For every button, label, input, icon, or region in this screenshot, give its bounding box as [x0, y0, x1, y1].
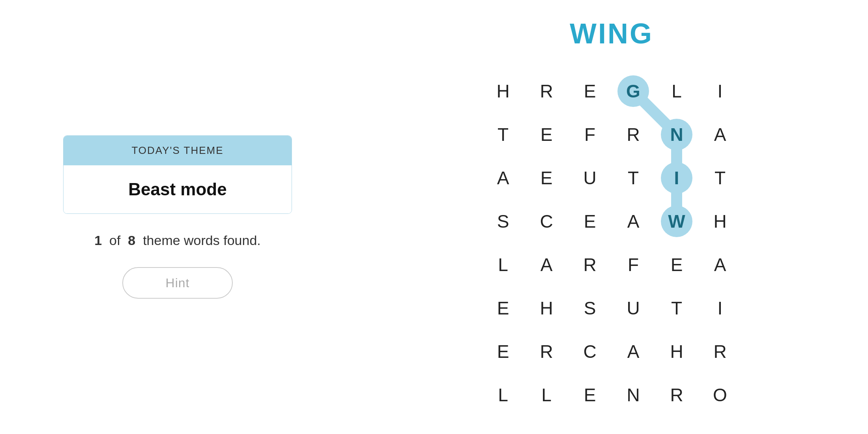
- cell-letter: C: [574, 336, 606, 367]
- progress-text: 1 of 8 theme words found.: [94, 233, 261, 248]
- cell-letter: L: [531, 379, 562, 411]
- grid-cell[interactable]: L: [655, 69, 698, 113]
- grid-cell[interactable]: I: [698, 286, 742, 330]
- grid-cell[interactable]: H: [655, 330, 698, 373]
- cell-letter: R: [574, 249, 606, 281]
- cell-letter: F: [574, 119, 606, 150]
- cell-letter: H: [661, 336, 692, 367]
- grid-cell[interactable]: H: [481, 69, 525, 113]
- grid-cell[interactable]: E: [525, 113, 568, 156]
- cell-letter: T: [661, 292, 692, 324]
- grid-cell[interactable]: A: [481, 156, 525, 200]
- cell-letter: T: [617, 162, 649, 194]
- cell-letter: R: [531, 336, 562, 367]
- cell-letter: E: [487, 292, 519, 324]
- cell-letter: N: [661, 119, 692, 150]
- grid-cell[interactable]: C: [568, 330, 612, 373]
- grid-cell[interactable]: T: [481, 113, 525, 156]
- grid-cell[interactable]: A: [698, 113, 742, 156]
- cell-letter: E: [531, 162, 562, 194]
- grid-cell[interactable]: S: [481, 200, 525, 243]
- cell-letter: A: [531, 249, 562, 281]
- cell-letter: E: [574, 75, 606, 107]
- progress-found: 1: [94, 233, 102, 248]
- grid-cell[interactable]: E: [568, 69, 612, 113]
- grid-cell[interactable]: G: [612, 69, 655, 113]
- grid-cell[interactable]: A: [525, 243, 568, 286]
- grid-cell[interactable]: R: [525, 330, 568, 373]
- grid-cell[interactable]: C: [525, 200, 568, 243]
- grid-cell[interactable]: A: [698, 243, 742, 286]
- grid-cell[interactable]: E: [481, 286, 525, 330]
- grid-cell[interactable]: U: [612, 286, 655, 330]
- cell-letter: T: [704, 162, 736, 194]
- grid-cell[interactable]: N: [612, 373, 655, 417]
- cell-letter: R: [531, 75, 562, 107]
- progress-total: 8: [128, 233, 135, 248]
- grid-cell[interactable]: A: [612, 200, 655, 243]
- grid-cell[interactable]: R: [568, 243, 612, 286]
- cell-letter: T: [487, 119, 519, 150]
- cell-letter: A: [704, 119, 736, 150]
- theme-label: TODAY'S THEME: [131, 144, 223, 156]
- cell-letter: U: [617, 292, 649, 324]
- grid-cell[interactable]: E: [525, 156, 568, 200]
- cell-letter: R: [617, 119, 649, 150]
- cell-letter: E: [487, 336, 519, 367]
- cell-letter: E: [531, 119, 562, 150]
- cell-letter: E: [574, 379, 606, 411]
- cell-letter: S: [487, 206, 519, 237]
- grid-cell[interactable]: R: [612, 113, 655, 156]
- theme-card-body: Beast mode: [64, 165, 292, 213]
- cell-letter: A: [617, 206, 649, 237]
- grid-cell[interactable]: R: [698, 330, 742, 373]
- grid-cell[interactable]: T: [612, 156, 655, 200]
- theme-card: TODAY'S THEME Beast mode: [63, 135, 292, 214]
- cell-letter: R: [704, 336, 736, 367]
- grid-cell[interactable]: L: [525, 373, 568, 417]
- grid-cell[interactable]: E: [481, 330, 525, 373]
- cell-letter: A: [487, 162, 519, 194]
- grid-cell[interactable]: F: [612, 243, 655, 286]
- grid-cell[interactable]: A: [612, 330, 655, 373]
- grid-cell[interactable]: L: [481, 243, 525, 286]
- grid-cell[interactable]: S: [568, 286, 612, 330]
- cell-letter: N: [617, 379, 649, 411]
- theme-card-header: TODAY'S THEME: [64, 136, 292, 165]
- current-word: WING: [570, 17, 653, 50]
- grid-cell[interactable]: T: [698, 156, 742, 200]
- main-container: TODAY'S THEME Beast mode 1 of 8 theme wo…: [0, 0, 868, 434]
- cell-letter: I: [704, 292, 736, 324]
- grid-cell[interactable]: E: [568, 373, 612, 417]
- right-panel: WING HREGLITEFRNAAEUTITSCEAWHLARFEAEHSUT…: [355, 2, 868, 432]
- cell-letter: W: [661, 206, 692, 237]
- theme-value: Beast mode: [128, 180, 226, 199]
- grid-cell[interactable]: E: [655, 243, 698, 286]
- grid-cell[interactable]: H: [698, 200, 742, 243]
- grid-cell[interactable]: U: [568, 156, 612, 200]
- letter-grid: HREGLITEFRNAAEUTITSCEAWHLARFEAEHSUTIERCA…: [481, 69, 742, 417]
- grid-cell[interactable]: I: [698, 69, 742, 113]
- grid-cell[interactable]: N: [655, 113, 698, 156]
- cell-letter: G: [617, 75, 649, 107]
- left-panel: TODAY'S THEME Beast mode 1 of 8 theme wo…: [0, 112, 355, 322]
- hint-button[interactable]: Hint: [122, 267, 233, 299]
- grid-cell[interactable]: W: [655, 200, 698, 243]
- grid-cell[interactable]: O: [698, 373, 742, 417]
- grid-cell[interactable]: R: [655, 373, 698, 417]
- grid-cell[interactable]: E: [568, 200, 612, 243]
- grid-cell[interactable]: R: [525, 69, 568, 113]
- cell-letter: I: [704, 75, 736, 107]
- cell-letter: L: [487, 249, 519, 281]
- cell-letter: A: [704, 249, 736, 281]
- grid-cell[interactable]: T: [655, 286, 698, 330]
- grid-cell[interactable]: L: [481, 373, 525, 417]
- cell-letter: C: [531, 206, 562, 237]
- grid-cell[interactable]: F: [568, 113, 612, 156]
- cell-letter: R: [661, 379, 692, 411]
- cell-letter: U: [574, 162, 606, 194]
- cell-letter: E: [661, 249, 692, 281]
- grid-cell[interactable]: I: [655, 156, 698, 200]
- cell-letter: O: [704, 379, 736, 411]
- grid-cell[interactable]: H: [525, 286, 568, 330]
